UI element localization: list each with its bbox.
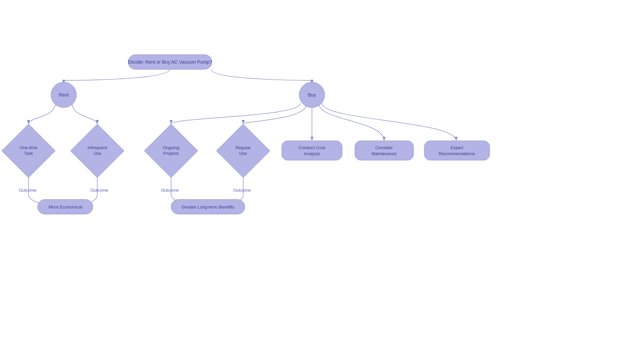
svg-text:Use: Use — [239, 151, 247, 156]
regular-use-label: Regular — [235, 145, 251, 150]
outcome-label-2: Outcome — [91, 188, 108, 193]
svg-text:Task: Task — [24, 151, 33, 156]
diagram-container: Decide: Rent or Buy AC Vacuum Pump? Rent… — [0, 0, 644, 363]
outcome-label-3: Outcome — [161, 188, 179, 193]
expert-recs-label: Expert — [450, 145, 463, 150]
buy-label: Buy — [308, 92, 316, 98]
svg-text:Projects: Projects — [163, 151, 179, 156]
outcome-label-4: Outcome — [233, 188, 251, 193]
cost-analysis-label: Conduct Cost — [299, 145, 325, 150]
infrequent-use-label: Infrequent — [88, 145, 107, 150]
svg-text:Analysis: Analysis — [304, 151, 320, 156]
root-label: Decide: Rent or Buy AC Vacuum Pump? — [128, 59, 212, 65]
rent-label: Rent — [59, 92, 69, 98]
more-economical-label: More Economical — [49, 204, 83, 209]
svg-rect-16 — [424, 141, 490, 160]
maintenance-label: Consider — [375, 145, 393, 150]
svg-text:Use: Use — [93, 151, 101, 156]
outcome-label-1: Outcome — [19, 188, 37, 193]
svg-text:Maintenance: Maintenance — [372, 151, 396, 156]
ongoing-projects-label: Ongoing — [163, 145, 179, 150]
svg-text:Recommendations: Recommendations — [439, 151, 475, 156]
svg-rect-12 — [282, 141, 342, 160]
flowchart-svg: Decide: Rent or Buy AC Vacuum Pump? Rent… — [0, 0, 644, 363]
svg-rect-14 — [355, 141, 414, 160]
long-term-benefits-label: Greater Long-term Benefits — [181, 204, 234, 209]
one-time-task-label: One-time — [19, 145, 37, 150]
